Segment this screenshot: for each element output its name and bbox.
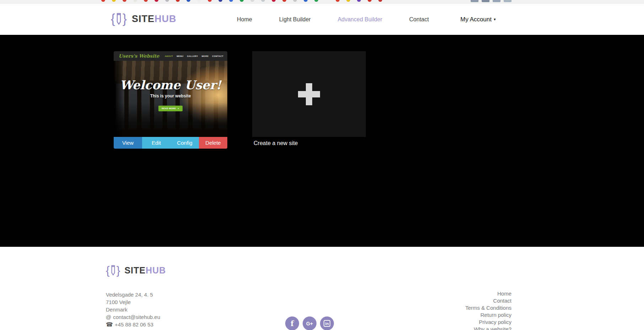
- address-line: Denmark: [106, 306, 160, 313]
- my-account-menu[interactable]: My Account ▾: [460, 4, 496, 35]
- logo-part-hub: HUB: [146, 265, 166, 275]
- caret-down-icon: ▼: [177, 107, 179, 110]
- create-site-label[interactable]: Create a new site: [254, 140, 366, 147]
- site-preview-title: Users's Website: [119, 53, 159, 59]
- logo-brace-right: }: [117, 265, 120, 276]
- bookmark-favicon: [325, 0, 329, 2]
- create-site-card[interactable]: [252, 51, 366, 137]
- site-preview-image[interactable]: Welcome User! This is your website READ …: [114, 61, 227, 137]
- site-preview-hero-title: Welcome User!: [120, 78, 221, 92]
- site-preview-hero-subtitle: This is your website: [150, 94, 191, 99]
- bookmark-favicon: [336, 0, 340, 2]
- sitehub-logo[interactable]: { } SITEHUB: [111, 12, 177, 25]
- plus-icon: [298, 83, 320, 105]
- bookmark-favicon: [123, 0, 126, 2]
- delete-button[interactable]: Delete: [199, 137, 227, 149]
- bookmark-favicon: [250, 0, 254, 2]
- site-preview-nav: ABOUTMENUGALLERYMORECONTACT: [165, 55, 223, 57]
- footer-address: Vedelsgade 24, 4. 57100 VejleDenmark @ c…: [106, 291, 160, 328]
- footer-email-text: contact@sitehub.eu: [113, 313, 160, 321]
- bookmark-favicon: [101, 0, 105, 2]
- logo-brace-right: }: [123, 12, 127, 25]
- footer-link-privacy-policy[interactable]: Privacy policy: [465, 319, 512, 326]
- at-sign-icon: @: [106, 313, 111, 321]
- footer-links: HomeContactTerms & ConditionsReturn poli…: [465, 290, 512, 330]
- bookmark-favicon: [155, 0, 158, 2]
- tab-fragment: [482, 0, 489, 2]
- main-navigation: HomeLight BuilderAdvanced BuilderContact: [237, 4, 429, 35]
- google-plus-glyph: G+: [306, 321, 313, 326]
- preview-nav-about[interactable]: ABOUT: [165, 55, 173, 57]
- bookmark-favicon: [304, 0, 308, 2]
- footer-phone[interactable]: ☎ +45 88 82 06 53: [106, 321, 160, 328]
- address-line: Vedelsgade 24, 4. 5: [106, 291, 160, 298]
- preview-nav-menu[interactable]: MENU: [177, 55, 183, 57]
- bookmark-favicon: [218, 0, 222, 2]
- read-more-button[interactable]: READ MORE ▼: [158, 106, 183, 111]
- bookmark-favicon: [197, 0, 201, 2]
- site-header: { } SITEHUB HomeLight BuilderAdvanced Bu…: [0, 4, 644, 35]
- bookmark-favicon: [378, 0, 382, 2]
- facebook-icon[interactable]: f: [285, 316, 299, 330]
- facebook-glyph: f: [291, 319, 294, 328]
- linkedin-icon[interactable]: in: [320, 316, 334, 330]
- footer-link-contact[interactable]: Contact: [465, 297, 512, 304]
- footer-phone-text: +45 88 82 06 53: [115, 321, 153, 328]
- bookmark-favicon: [282, 0, 286, 2]
- address-line: 7100 Vejle: [106, 298, 160, 306]
- nav-item-contact[interactable]: Contact: [409, 16, 429, 23]
- tab-fragment: [471, 0, 478, 2]
- footer-logo[interactable]: { } SITEHUB: [106, 265, 166, 276]
- logo-part-site: SITE: [132, 14, 155, 24]
- phone-icon: ☎: [106, 321, 113, 328]
- create-site-section: Create a new site: [252, 51, 366, 147]
- site-footer: { } SITEHUB Vedelsgade 24, 4. 57100 Vejl…: [0, 247, 644, 330]
- my-account-label: My Account: [460, 16, 492, 23]
- site-card: Users's Website ABOUTMENUGALLERYMORECONT…: [114, 51, 227, 149]
- bookmark-favicon: [314, 0, 318, 2]
- footer-link-why-a-website[interactable]: Why a website?: [465, 326, 512, 330]
- page: { } SITEHUB HomeLight BuilderAdvanced Bu…: [0, 0, 644, 330]
- browser-bookmarks-bar: [0, 0, 644, 4]
- nav-item-light-builder[interactable]: Light Builder: [279, 16, 311, 23]
- favicon-row: [101, 0, 382, 2]
- bookmark-favicon: [229, 0, 233, 2]
- tab-fragment: [493, 0, 500, 2]
- logo-wordmark: SITEHUB: [132, 14, 177, 25]
- bookmark-favicon: [368, 0, 372, 2]
- logo-brace-left: {: [111, 12, 115, 25]
- site-preview-navbar: Users's Website ABOUTMENUGALLERYMORECONT…: [114, 51, 227, 61]
- tab-fragment: [504, 0, 512, 2]
- footer-link-home[interactable]: Home: [465, 290, 512, 297]
- footer-email[interactable]: @ contact@sitehub.eu: [106, 313, 160, 321]
- preview-nav-gallery[interactable]: GALLERY: [187, 55, 198, 57]
- sites-dashboard: Users's Website ABOUTMENUGALLERYMORECONT…: [0, 35, 644, 247]
- bookmark-favicon: [272, 0, 276, 2]
- footer-link-terms-conditions[interactable]: Terms & Conditions: [465, 304, 512, 312]
- tab-fragments: [471, 0, 512, 2]
- footer-link-return-policy[interactable]: Return policy: [465, 312, 512, 319]
- preview-nav-contact[interactable]: CONTACT: [212, 55, 223, 57]
- google-plus-icon[interactable]: G+: [303, 316, 316, 330]
- pencil-icon: [116, 13, 122, 25]
- edit-button[interactable]: Edit: [142, 137, 171, 149]
- bookmark-favicon: [346, 0, 350, 2]
- bookmark-favicon: [144, 0, 148, 2]
- logo-part-site: SITE: [124, 265, 146, 275]
- pencil-icon: [110, 265, 116, 276]
- caret-down-icon: ▾: [494, 17, 496, 22]
- bookmark-favicon: [261, 0, 265, 2]
- bookmark-favicon: [186, 0, 190, 2]
- bookmark-favicon: [112, 0, 116, 2]
- bookmark-favicon: [176, 0, 180, 2]
- nav-item-home[interactable]: Home: [237, 16, 252, 23]
- bookmark-favicon: [293, 0, 297, 2]
- bookmark-favicon: [240, 0, 244, 2]
- preview-nav-more[interactable]: MORE: [202, 55, 209, 57]
- logo-wordmark: SITEHUB: [124, 265, 166, 276]
- config-button[interactable]: Config: [171, 137, 199, 149]
- nav-item-advanced-builder[interactable]: Advanced Builder: [338, 16, 382, 23]
- view-button[interactable]: View: [114, 137, 142, 149]
- read-more-label: READ MORE: [162, 107, 176, 110]
- bookmark-favicon: [133, 0, 137, 2]
